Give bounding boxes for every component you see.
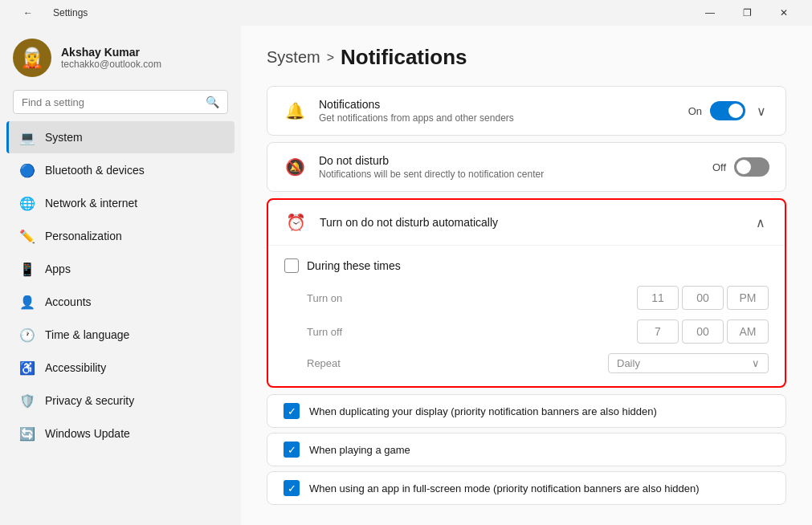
nav-icon-system: 💻 bbox=[19, 129, 35, 145]
sidebar: 🧝 Akshay Kumar techakko@outlook.com 🔍 💻 … bbox=[0, 26, 241, 525]
nav-icon-bluetooth: 🔵 bbox=[19, 162, 35, 178]
search-input[interactable] bbox=[22, 96, 199, 108]
user-email: techakko@outlook.com bbox=[61, 59, 161, 70]
nav-icon-personalization: ✏️ bbox=[19, 228, 35, 244]
notifications-status: On bbox=[688, 105, 702, 117]
nav-label-accessibility: Accessibility bbox=[45, 361, 106, 374]
turn-on-inputs: 11 00 PM bbox=[637, 286, 769, 310]
checkbox-filled-0[interactable]: ✓ bbox=[284, 403, 300, 419]
nav-label-update: Windows Update bbox=[45, 427, 130, 440]
dnd-body: During these times Turn on 11 00 PM Turn… bbox=[268, 246, 785, 386]
dnd-auto-title: Turn on do not disturb automatically bbox=[320, 216, 740, 229]
turn-off-hour[interactable]: 7 bbox=[637, 319, 679, 344]
during-times-label: During these times bbox=[307, 259, 401, 272]
nav-icon-privacy: 🛡️ bbox=[19, 393, 35, 409]
turn-off-label: Turn off bbox=[307, 326, 363, 338]
dnd-right: Off bbox=[712, 157, 769, 177]
notifications-right: On ∨ bbox=[688, 101, 769, 120]
notifications-toggle[interactable] bbox=[710, 101, 745, 120]
turn-off-row: Turn off 7 00 AM bbox=[307, 319, 769, 344]
checkbox-filled-2[interactable]: ✓ bbox=[284, 480, 300, 496]
sidebar-item-personalization[interactable]: ✏️ Personalization bbox=[6, 220, 235, 252]
sidebar-item-update[interactable]: 🔄 Windows Update bbox=[6, 417, 235, 450]
sidebar-item-apps[interactable]: 📱 Apps bbox=[6, 253, 235, 285]
breadcrumb-current: Notifications bbox=[341, 45, 467, 70]
back-button[interactable]: ← bbox=[10, 0, 47, 26]
dnd-text: Do not disturb Notifications will be sen… bbox=[319, 154, 700, 180]
minimize-button[interactable]: — bbox=[692, 0, 728, 26]
turn-off-inputs: 7 00 AM bbox=[637, 319, 769, 344]
titlebar-left: ← Settings bbox=[10, 0, 88, 26]
titlebar-controls: — ❐ ✕ bbox=[692, 0, 802, 26]
checkbox-filled-1[interactable]: ✓ bbox=[284, 442, 300, 458]
checkbox-opt-label-1: When playing a game bbox=[309, 444, 410, 456]
notifications-subtitle: Get notifications from apps and other se… bbox=[319, 112, 675, 124]
during-times-row: During these times bbox=[284, 258, 769, 273]
sidebar-item-system[interactable]: 💻 System bbox=[6, 121, 235, 153]
titlebar: ← Settings — ❐ ✕ bbox=[0, 0, 812, 26]
notifications-icon: 🔔 bbox=[284, 100, 306, 122]
nav-label-apps: Apps bbox=[45, 262, 71, 275]
user-name: Akshay Kumar bbox=[61, 46, 161, 59]
checkbox-option-row-1: ✓ When playing a game bbox=[267, 433, 786, 466]
checkbox-option-row-0: ✓ When duplicating your display (priorit… bbox=[267, 394, 786, 428]
sidebar-item-accounts[interactable]: 👤 Accounts bbox=[6, 286, 235, 318]
dnd-title: Do not disturb bbox=[319, 154, 700, 167]
time-rows: Turn on 11 00 PM Turn off 7 00 AM bbox=[284, 286, 769, 373]
notifications-card: 🔔 Notifications Get notifications from a… bbox=[267, 86, 786, 136]
notifications-row: 🔔 Notifications Get notifications from a… bbox=[267, 87, 785, 135]
sidebar-item-privacy[interactable]: 🛡️ Privacy & security bbox=[6, 385, 235, 417]
checkbox-options: ✓ When duplicating your display (priorit… bbox=[267, 394, 786, 505]
dnd-collapse-button[interactable]: ∧ bbox=[753, 214, 769, 232]
nav-icon-network: 🌐 bbox=[19, 195, 35, 211]
nav-icon-accessibility: ♿ bbox=[19, 360, 35, 376]
sidebar-item-accessibility[interactable]: ♿ Accessibility bbox=[6, 352, 235, 384]
turn-off-period[interactable]: AM bbox=[727, 319, 769, 344]
turn-on-row: Turn on 11 00 PM bbox=[307, 286, 769, 310]
dnd-icon: 🔕 bbox=[284, 156, 306, 178]
nav-label-system: System bbox=[45, 131, 83, 144]
nav-label-privacy: Privacy & security bbox=[45, 394, 134, 407]
sidebar-item-time[interactable]: 🕐 Time & language bbox=[6, 319, 235, 351]
turn-on-minute[interactable]: 00 bbox=[682, 286, 724, 310]
dnd-row: 🔕 Do not disturb Notifications will be s… bbox=[267, 143, 785, 191]
sidebar-item-network[interactable]: 🌐 Network & internet bbox=[6, 187, 235, 219]
notifications-title: Notifications bbox=[319, 98, 675, 111]
dnd-card: 🔕 Do not disturb Notifications will be s… bbox=[267, 142, 786, 192]
dnd-status: Off bbox=[712, 161, 726, 173]
avatar: 🧝 bbox=[13, 39, 51, 77]
notifications-text: Notifications Get notifications from app… bbox=[319, 98, 675, 124]
notifications-expand[interactable]: ∨ bbox=[753, 102, 769, 120]
dnd-expanded-header: ⏰ Turn on do not disturb automatically ∧ bbox=[268, 200, 785, 246]
nav-label-time: Time & language bbox=[45, 328, 129, 341]
search-box[interactable]: 🔍 bbox=[13, 90, 228, 114]
turn-on-label: Turn on bbox=[307, 292, 363, 304]
during-times-checkbox[interactable] bbox=[284, 258, 299, 273]
nav-container: 💻 System 🔵 Bluetooth & devices 🌐 Network… bbox=[0, 120, 241, 450]
repeat-select[interactable]: Daily ∨ bbox=[608, 353, 769, 373]
sidebar-item-bluetooth[interactable]: 🔵 Bluetooth & devices bbox=[6, 154, 235, 186]
turn-on-hour[interactable]: 11 bbox=[637, 286, 679, 310]
dnd-subtitle: Notifications will be sent directly to n… bbox=[319, 169, 700, 180]
turn-off-minute[interactable]: 00 bbox=[682, 319, 724, 344]
breadcrumb-separator: > bbox=[327, 51, 334, 65]
nav-label-bluetooth: Bluetooth & devices bbox=[45, 164, 145, 177]
breadcrumb: System > Notifications bbox=[267, 45, 786, 70]
close-button[interactable]: ✕ bbox=[765, 0, 802, 26]
main-content: System > Notifications 🔔 Notifications G… bbox=[241, 26, 812, 525]
nav-icon-apps: 📱 bbox=[19, 261, 35, 277]
nav-icon-accounts: 👤 bbox=[19, 294, 35, 310]
dnd-expanded-section: ⏰ Turn on do not disturb automatically ∧… bbox=[267, 198, 786, 388]
nav-icon-update: 🔄 bbox=[19, 425, 35, 442]
checkbox-opt-label-0: When duplicating your display (priority … bbox=[309, 405, 657, 417]
restore-button[interactable]: ❐ bbox=[728, 0, 765, 26]
user-info: Akshay Kumar techakko@outlook.com bbox=[61, 46, 161, 70]
checkbox-option-row-2: ✓ When using an app in full-screen mode … bbox=[267, 471, 786, 505]
search-icon: 🔍 bbox=[206, 96, 219, 108]
titlebar-title: Settings bbox=[53, 7, 88, 18]
app-body: 🧝 Akshay Kumar techakko@outlook.com 🔍 💻 … bbox=[0, 26, 812, 525]
breadcrumb-system: System bbox=[267, 48, 320, 67]
turn-on-period[interactable]: PM bbox=[727, 286, 769, 310]
dnd-toggle[interactable] bbox=[734, 157, 769, 177]
nav-label-accounts: Accounts bbox=[45, 295, 92, 308]
